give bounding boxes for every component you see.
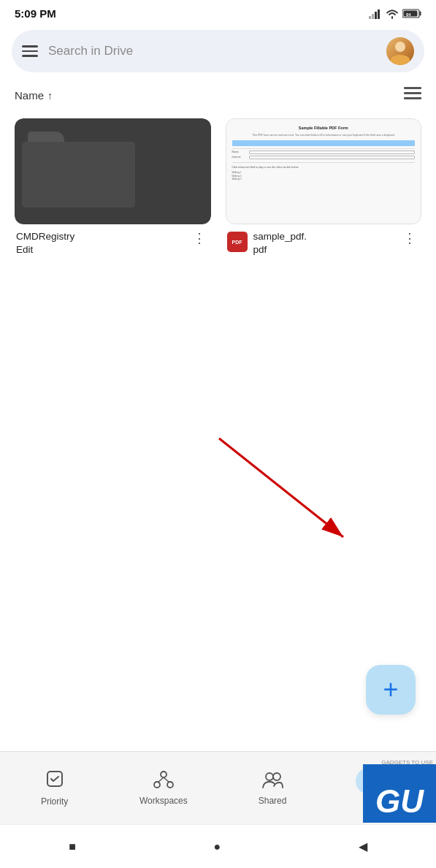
- pdf-more-button[interactable]: ⋮: [400, 230, 420, 246]
- folder-thumbnail: [15, 118, 211, 224]
- watermark-label: GADGETS TO USE: [381, 759, 433, 766]
- wifi-icon: [386, 9, 399, 19]
- system-home-button[interactable]: ●: [213, 840, 221, 853]
- svg-rect-1: [372, 14, 374, 19]
- folder-more-button[interactable]: ⋮: [190, 230, 210, 246]
- nav-label-shared: Shared: [259, 796, 287, 806]
- file-info-folder: CMDRegistryEdit: [16, 230, 190, 256]
- arrow-annotation: [197, 424, 387, 570]
- fab-plus-icon: +: [383, 677, 398, 703]
- svg-rect-5: [420, 12, 421, 16]
- status-bar: 5:09 PM 94: [0, 0, 436, 24]
- status-icons: 94: [369, 9, 421, 19]
- file-item-pdf[interactable]: Sample Fillable PDF Form This PDF form c…: [226, 118, 422, 256]
- svg-point-16: [167, 782, 173, 788]
- sort-label[interactable]: Name ↑: [15, 89, 53, 102]
- file-meta-folder: CMDRegistryEdit ⋮: [15, 230, 211, 256]
- sort-header: Name ↑: [0, 84, 436, 111]
- file-info-pdf: PDF sample_pdf.pdf: [227, 230, 401, 256]
- file-item-folder[interactable]: CMDRegistryEdit ⋮: [15, 118, 211, 256]
- file-meta-pdf: PDF sample_pdf.pdf ⋮: [226, 230, 422, 256]
- system-square-button[interactable]: ■: [69, 840, 76, 853]
- avatar[interactable]: [386, 37, 414, 65]
- fab-add-button[interactable]: +: [366, 665, 416, 715]
- svg-rect-10: [404, 97, 421, 99]
- hamburger-menu-icon[interactable]: [22, 45, 38, 57]
- svg-point-15: [154, 782, 160, 788]
- svg-line-17: [158, 777, 164, 783]
- workspaces-icon: [153, 770, 174, 792]
- pdf-name: sample_pdf.pdf: [253, 230, 307, 256]
- sort-arrow: ↑: [47, 90, 53, 102]
- battery-icon: 94: [402, 9, 421, 18]
- nav-item-workspaces[interactable]: Workspaces: [109, 764, 218, 812]
- signal-icon: [369, 9, 382, 19]
- nav-label-priority: Priority: [41, 796, 68, 807]
- pdf-badge: PDF: [227, 232, 248, 252]
- svg-point-19: [266, 773, 273, 780]
- pdf-thumbnail: Sample Fillable PDF Form This PDF form c…: [226, 118, 422, 224]
- system-back-button[interactable]: ◀: [359, 840, 367, 853]
- files-grid: CMDRegistryEdit ⋮ Sample Fillable PDF Fo…: [0, 111, 436, 270]
- svg-rect-9: [404, 92, 421, 94]
- svg-point-14: [161, 772, 167, 777]
- folder-name: CMDRegistryEdit: [16, 230, 74, 256]
- svg-rect-3: [378, 9, 380, 19]
- system-nav: ■ ● ◀: [0, 824, 436, 868]
- folder-icon-large: [15, 118, 211, 224]
- search-input[interactable]: Search in Drive: [48, 44, 376, 58]
- nav-item-priority[interactable]: Priority: [0, 764, 109, 812]
- svg-line-12: [219, 438, 343, 537]
- nav-label-workspaces: Workspaces: [139, 796, 188, 806]
- nav-item-shared[interactable]: Shared: [218, 764, 327, 812]
- pdf-preview: Sample Fillable PDF Form This PDF form c…: [226, 118, 422, 224]
- status-time: 5:09 PM: [15, 7, 56, 20]
- svg-text:GU: GU: [375, 783, 424, 819]
- svg-rect-2: [375, 12, 377, 19]
- svg-rect-0: [369, 16, 371, 19]
- svg-point-20: [273, 773, 280, 780]
- priority-icon: [45, 769, 64, 793]
- watermark: GU: [363, 764, 436, 823]
- shared-icon: [261, 770, 283, 792]
- svg-text:94: 94: [406, 12, 411, 17]
- list-view-icon[interactable]: [404, 87, 421, 104]
- svg-line-18: [164, 777, 169, 783]
- svg-rect-8: [404, 87, 421, 89]
- search-bar[interactable]: Search in Drive: [12, 30, 424, 72]
